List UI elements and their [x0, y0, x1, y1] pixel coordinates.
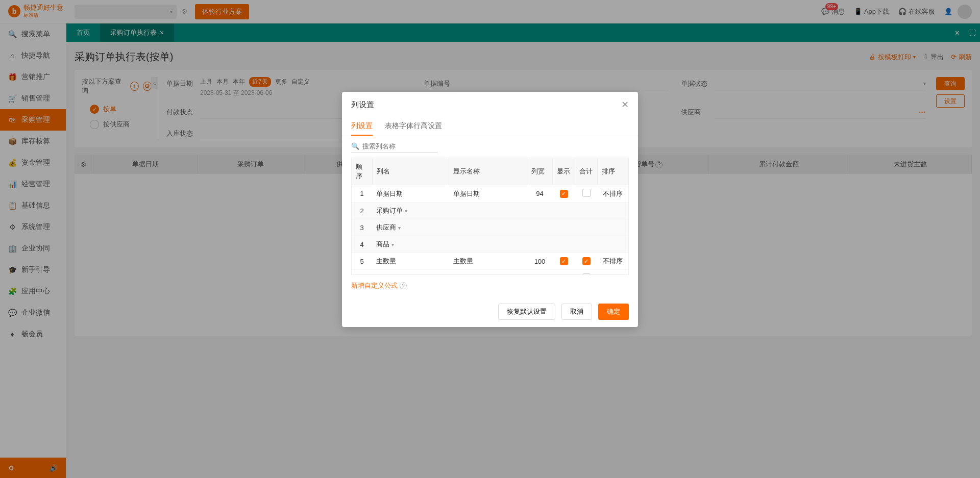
tab-columns[interactable]: 列设置: [351, 117, 373, 136]
tab-font[interactable]: 表格字体行高设置: [385, 117, 442, 136]
close-icon[interactable]: ✕: [621, 99, 629, 110]
cell-display[interactable]: 单据日期: [449, 185, 527, 203]
cell-order: 3: [352, 219, 372, 236]
th-display: 显示名称: [449, 158, 527, 185]
cancel-button[interactable]: 取消: [561, 304, 592, 320]
cell-order: 6: [352, 270, 372, 275]
checkbox[interactable]: ✓: [560, 190, 568, 198]
cell-order: 5: [352, 253, 372, 270]
modal-title: 列设置: [351, 100, 374, 110]
cell-order: 1: [352, 185, 372, 203]
checkbox[interactable]: ✓: [582, 257, 591, 265]
column-row: 5 主数量 主数量 100 ✓ ✓ 不排序: [352, 253, 628, 270]
th-show: 显示: [553, 158, 575, 185]
cell-order: 2: [352, 203, 372, 219]
restore-button[interactable]: 恢复默认设置: [498, 304, 555, 320]
cell-sort[interactable]: 不排序: [598, 270, 628, 275]
th-sum: 合计: [575, 158, 598, 185]
cell-name[interactable]: 供应商▾: [372, 219, 628, 236]
cell-show: ✓: [553, 185, 575, 203]
th-name: 列名: [372, 158, 449, 185]
cell-width[interactable]: 94: [527, 185, 553, 203]
column-settings-modal: 列设置 ✕ 列设置 表格字体行高设置 🔍 顺序 列名 显示名称 列宽 显示: [342, 92, 638, 327]
cell-sort[interactable]: 不排序: [598, 185, 628, 203]
cell-order: 4: [352, 236, 372, 253]
cell-display[interactable]: 主数量: [449, 253, 527, 270]
checkbox[interactable]: ✓: [560, 257, 568, 265]
modal-overlay: 列设置 ✕ 列设置 表格字体行高设置 🔍 顺序 列名 显示名称 列宽 显示: [0, 0, 980, 478]
column-row: 6 辅数量 辅数量 100 ✓ 不排序: [352, 270, 628, 275]
cell-name: 辅数量: [372, 270, 449, 275]
cell-show: ✓: [553, 270, 575, 275]
cell-width[interactable]: 100: [527, 270, 553, 275]
checkbox[interactable]: ✓: [560, 274, 568, 275]
th-width: 列宽: [527, 158, 553, 185]
add-formula-link[interactable]: 新增自定义公式 ?: [351, 281, 407, 290]
column-row: 2采购订单▾: [352, 203, 628, 219]
cell-show: ✓: [553, 253, 575, 270]
add-formula-label: 新增自定义公式: [351, 281, 398, 290]
th-order: 顺序: [352, 158, 372, 185]
cell-name[interactable]: 商品▾: [372, 236, 628, 253]
chevron-down-icon: ▾: [391, 242, 394, 247]
ok-button[interactable]: 确定: [598, 304, 629, 320]
chevron-down-icon: ▾: [405, 208, 407, 214]
columns-table: 顺序 列名 显示名称 列宽 显示 合计 排序 1 单据日期 单据日期 94 ✓ …: [352, 158, 628, 275]
cell-name: 单据日期: [372, 185, 449, 203]
checkbox[interactable]: [582, 189, 591, 197]
th-sort: 排序: [598, 158, 628, 185]
chevron-down-icon: ▾: [398, 225, 401, 231]
cell-sum: ✓: [575, 253, 598, 270]
cell-sum: [575, 185, 598, 203]
cell-name: 主数量: [372, 253, 449, 270]
checkbox[interactable]: [582, 273, 591, 275]
search-icon: 🔍: [351, 142, 359, 150]
cell-width[interactable]: 100: [527, 253, 553, 270]
cell-sort[interactable]: 不排序: [598, 253, 628, 270]
column-row: 4商品▾: [352, 236, 628, 253]
column-row: 1 单据日期 单据日期 94 ✓ 不排序: [352, 185, 628, 203]
cell-name[interactable]: 采购订单▾: [372, 203, 628, 219]
cell-sum: [575, 270, 598, 275]
help-icon[interactable]: ?: [400, 282, 407, 289]
column-search-input[interactable]: [362, 142, 448, 150]
column-row: 3供应商▾: [352, 219, 628, 236]
cell-display[interactable]: 辅数量: [449, 270, 527, 275]
